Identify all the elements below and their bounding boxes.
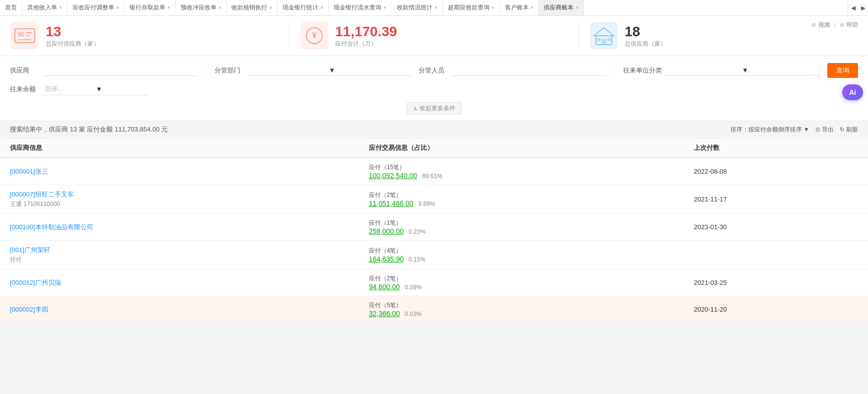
nav-arrow-right[interactable]: ▶ — [858, 0, 868, 16]
sort-label: 排序：按应付余额倒序排序 ▼ — [730, 126, 809, 134]
search-row-2: 往来余额 选择... ▼ — [10, 83, 858, 95]
video-link[interactable]: ⊙ 视频 — [811, 21, 830, 29]
category-select[interactable]: ▼ — [665, 65, 820, 76]
supplier-link[interactable]: [001]广州荣轩 — [10, 246, 50, 254]
refresh-link[interactable]: ↻ 刷新 — [840, 126, 858, 134]
table-header-row: 供应商信息 应付交易信息（占比） 上次付数 — [0, 138, 868, 158]
stat-block-ap-total: ¥ 11,170.39 应付合计（万） — [299, 21, 569, 51]
tx-percent: 0.23% — [409, 228, 426, 235]
col-supplier-info: 供应商信息 — [0, 138, 359, 158]
supplier-field: 供应商 … — [10, 65, 207, 76]
nav-tab-advance-collect[interactable]: 预收冲应收单 × — [176, 0, 227, 15]
tx-amount[interactable]: 94,600.00 — [369, 283, 400, 291]
supplier-info-cell: [000001]张三 — [0, 158, 359, 185]
nav-tab-ap-adjust[interactable]: 应收应付调整单 × — [68, 0, 125, 15]
nav-arrow-left[interactable]: ◀ — [848, 0, 858, 16]
supplier-sub-info: 王通 17106110000 — [10, 200, 349, 208]
nav-tab-collect-verify[interactable]: 收款核销执行 × — [226, 0, 278, 15]
result-amount: 111,703,854.00 — [115, 126, 159, 133]
tx-amount[interactable]: 164,635.90 — [369, 255, 404, 263]
last-pay-cell: 2021-11-17 — [684, 185, 868, 214]
supplier-info-cell: [000100]本特勒油品有限公司 — [0, 214, 359, 241]
nav-tab-close[interactable]: × — [167, 5, 170, 10]
svg-rect-15 — [607, 38, 611, 41]
nav-tab-close[interactable]: × — [320, 5, 323, 10]
chevron-down-icon-2: ▼ — [742, 66, 817, 74]
manager-input[interactable] — [451, 65, 606, 76]
tx-amount[interactable]: 258,000.00 — [369, 227, 404, 235]
supplier-info-cell: [000012]广州贝瑞 — [0, 269, 359, 296]
nav-tab-close[interactable]: × — [383, 5, 386, 10]
top-navigation: 首页 其他收入单 × 应收应付调整单 × 银行存取款单 × 预收冲应收单 × 收… — [0, 0, 868, 16]
nav-tab-close[interactable]: × — [531, 5, 534, 10]
nav-tab-label: 现金银行统计 — [283, 3, 318, 12]
query-button[interactable]: 查询 — [827, 63, 858, 78]
nav-tab-supplier-account[interactable]: 供应商账本 × — [539, 0, 584, 15]
store-icon — [589, 21, 619, 51]
nav-tab-other-income[interactable]: 其他收入单 × — [22, 0, 68, 15]
tx-label: 应付（2笔） — [369, 191, 674, 199]
supplier-link[interactable]: [000100]本特勒油品有限公司 — [10, 223, 93, 231]
nav-tab-close[interactable]: × — [218, 5, 221, 10]
collapse-button[interactable]: ∧ 收起更多条件 — [407, 102, 462, 115]
export-link[interactable]: ⊙ 导出 — [815, 126, 834, 134]
nav-tab-home[interactable]: 首页 — [0, 0, 22, 15]
nav-tab-close[interactable]: × — [59, 5, 62, 10]
header-links: ⊙ 视频 | ⊙ 帮助 — [811, 21, 858, 29]
ai-button[interactable]: Ai — [842, 84, 863, 100]
total-supplier-number: 18 — [625, 23, 666, 40]
nav-tab-overdue-query[interactable]: 超期应收款查询 × — [443, 0, 500, 15]
stat-text-total-suppliers: 18 总供应商（家） — [625, 23, 666, 49]
nav-tab-label: 预收冲应收单 — [181, 3, 217, 12]
table-row: [000002]李四应付（5笔）32,366.000.03%2020-11-20 — [0, 296, 868, 323]
tx-amount[interactable]: 100,092,540.00 — [369, 172, 417, 180]
category-label: 往来单位分类 — [623, 66, 662, 75]
video-icon: ⊙ — [811, 21, 816, 28]
nav-tab-close[interactable]: × — [116, 5, 119, 10]
tx-amount[interactable]: 32,366.00 — [369, 310, 400, 318]
nav-tab-close[interactable]: × — [269, 5, 272, 10]
ap-total-number: 11,170.39 — [335, 23, 397, 40]
balance-label: 往来余额 — [10, 85, 40, 94]
supplier-link[interactable]: [000012]广州贝瑞 — [10, 279, 61, 286]
chevron-down-icon: ▼ — [329, 66, 409, 74]
tx-label: 应付（4笔） — [369, 247, 674, 255]
tx-label: 应付（15笔） — [369, 163, 674, 172]
ap-total-label: 应付合计（万） — [335, 40, 397, 48]
ap-supplier-number: 13 — [46, 23, 99, 40]
supplier-link[interactable]: [000007]恒旺二手叉车 — [10, 191, 74, 198]
last-pay-cell: 2022-08-08 — [684, 158, 868, 185]
svg-rect-14 — [597, 38, 600, 41]
nav-tab-customer-account[interactable]: 客户账本 × — [500, 0, 539, 15]
nav-tab-bank-deposit[interactable]: 银行存取款单 × — [125, 0, 176, 15]
department-select[interactable]: ▼ — [247, 65, 411, 76]
tx-amount[interactable]: 11,051,486.00 — [369, 199, 414, 207]
nav-tab-close[interactable]: × — [576, 5, 579, 10]
help-link[interactable]: ⊙ 帮助 — [840, 21, 858, 29]
manager-ellipsis: … — [609, 67, 615, 74]
nav-tab-label: 应收应付调整单 — [72, 3, 114, 12]
tx-percent: 0.08% — [405, 284, 422, 291]
nav-tab-close[interactable]: × — [434, 5, 437, 10]
collapse-icon: ∧ — [413, 105, 418, 112]
last-pay-cell: 2020-11-20 — [684, 296, 868, 323]
nav-arrows: ◀ ▶ — [848, 0, 868, 16]
tx-info-cell: 应付（15笔）100,092,540.0089.61% — [359, 158, 684, 185]
nav-tab-label: 收款核销执行 — [231, 3, 267, 12]
refresh-label: 刷新 — [846, 126, 858, 134]
supplier-input[interactable] — [43, 65, 198, 76]
nav-tab-close[interactable]: × — [492, 5, 495, 10]
svg-text:¥: ¥ — [312, 31, 317, 40]
supplier-link[interactable]: [000002]李四 — [10, 306, 48, 313]
tx-info-cell: 应付（2笔）94,600.000.08% — [359, 269, 684, 296]
result-actions: 排序：按应付余额倒序排序 ▼ ⊙ 导出 ↻ 刷新 — [730, 126, 858, 134]
nav-tab-collect-stat[interactable]: 收款情况统计 × — [392, 0, 443, 15]
nav-tab-cash-bank-stat[interactable]: 现金银行统计 × — [278, 0, 329, 15]
supplier-link[interactable]: [000001]张三 — [10, 168, 48, 175]
collapse-label: 收起更多条件 — [420, 104, 455, 113]
balance-select[interactable]: 选择... ▼ — [43, 83, 149, 95]
supplier-table: 供应商信息 应付交易信息（占比） 上次付数 [000001]张三应付（15笔）1… — [0, 138, 868, 323]
nav-tab-cash-bank-flow[interactable]: 现金银行流水查询 × — [329, 0, 392, 15]
category-field: 往来单位分类 ▼ — [623, 65, 820, 76]
export-label: 导出 — [822, 126, 834, 134]
